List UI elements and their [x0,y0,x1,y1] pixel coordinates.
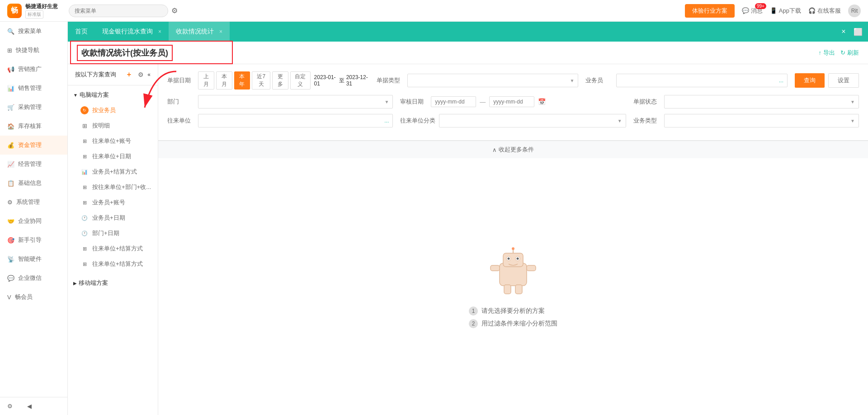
sidebar-bottom-settings[interactable]: ⚙ [0,397,20,415]
sidebar-item-vip[interactable]: V 畅会员 [0,288,67,307]
scheme-item-by-salesperson[interactable]: ↻ 按业务员 [68,103,158,118]
scheme-mobile-group: ▶ 移动端方案 [68,274,158,292]
tab-close-all-button[interactable]: × [837,25,850,38]
sidebar-item-inventory[interactable]: 🏠 库存核算 [0,117,67,136]
partner-more-btn[interactable]: ... [384,118,389,124]
sidebar-bottom-collapse[interactable]: ◀ [20,397,39,415]
scheme-panel-header: 按以下方案查询 + ⚙ « [68,64,158,85]
scheme-item-partner-settlement2[interactable]: ⊞ 往来单位+结算方式 [68,256,158,272]
scheme-item-by-detail[interactable]: ⊞ 按明细 [68,118,158,133]
logo-icon: 畅 [7,4,22,18]
search-input[interactable] [69,5,168,17]
sidebar-item-purchase[interactable]: 🛒 采购管理 [0,98,67,117]
audit-date-label: 审核日期 [400,98,427,106]
scheme-item-dept-date-label: 部门+日期 [92,229,119,237]
tab-receivables[interactable]: 收款情况统计 × [169,22,230,42]
settings-button[interactable]: 设置 [828,73,859,88]
scheme-item-dept-date[interactable]: 🕐 部门+日期 [68,226,158,241]
doc-status-select[interactable]: ▼ [664,95,859,108]
date-btn-more[interactable]: 更多 [272,71,288,90]
scheme-settings-button[interactable]: ⚙ [136,70,146,80]
scheme-desktop-group: ▼ 电脑端方案 ↻ 按业务员 ⊞ [68,85,158,274]
partner-select[interactable]: ... [198,114,393,127]
partner-category-select[interactable]: ▼ [439,114,626,127]
business-type-select[interactable]: ▼ [664,114,859,127]
date-label: 单据日期 [167,76,194,85]
query-btn-group: 查询 设置 [795,73,859,88]
edition-badge: 标准版 [25,10,43,19]
sidebar-item-basic[interactable]: 📋 基础信息 [0,174,67,193]
audit-date-from[interactable] [431,96,476,107]
scheme-add-button[interactable]: + [124,70,134,80]
svg-rect-8 [491,265,500,271]
date-btn-last-7-days[interactable]: 近7天 [252,71,270,90]
sidebar-item-smart-hw[interactable]: 📡 智能硬件 [0,250,67,269]
user-avatar[interactable]: Rit [848,5,861,17]
salesperson-more-btn[interactable]: ... [779,77,783,84]
scheme-panel: 按以下方案查询 + ⚙ « ▼ 电脑端方案 [68,64,158,415]
scheme-item-salesperson-settlement[interactable]: 📊 业务员+结算方式 [68,164,158,179]
date-btn-this-month[interactable]: 本月 [216,71,232,90]
scheme-item-salesperson-label: 按业务员 [92,106,116,114]
sidebar-item-enterprise[interactable]: 🤝 企业协同 [0,212,67,231]
audit-date-to[interactable] [489,96,534,107]
scheme-item-salesperson-account-label: 业务员+账号 [92,198,125,207]
sidebar-label-basic: 基础信息 [18,179,42,187]
sidebar-item-guide[interactable]: 🎯 新手引导 [0,231,67,250]
handshake-icon: 🤝 [7,218,14,225]
date-btn-custom[interactable]: 自定义 [290,71,311,90]
scheme-item-detail-label: 按明细 [92,122,110,130]
scheme-item-partner-account[interactable]: ⊞ 往来单位+账号 [68,133,158,149]
date-from: 2023-01-01 [314,74,337,87]
scheme-mobile-header[interactable]: ▶ 移动端方案 [68,275,158,291]
tab-home[interactable]: 首页 [68,22,95,42]
collapse-chevron-icon: ∧ [492,146,497,153]
scheme-item-partner-dept-receipt[interactable]: ⊞ 按往来单位+部门+收... [68,179,158,195]
bank-flow-tab-close[interactable]: × [158,28,161,35]
refresh-button[interactable]: ↻ 刷新 [840,49,859,57]
tab-controls: × ⬜ [837,25,868,38]
tab-bank-flow[interactable]: 现金银行流水查询 × [95,22,169,42]
sidebar-item-search[interactable]: 🔍 搜索菜单 [0,22,67,41]
sidebar-label-search: 搜索菜单 [18,27,42,35]
empty-tip-1: 1 请先选择要分析的方案 [469,307,557,316]
sidebar-item-operations[interactable]: 📈 经营管理 [0,155,67,174]
gear-button[interactable]: ⚙ [168,5,181,17]
sidebar-item-sales[interactable]: 📊 销售管理 [0,79,67,98]
tab-maximize-button[interactable]: ⬜ [852,25,864,38]
scheme-item-partner-settlement1[interactable]: ⊞ 往来单位+结算方式 [68,241,158,256]
online-service-button[interactable]: 🎧 在线客服 [808,7,841,15]
dept-select[interactable]: ▼ [198,95,393,108]
top-bar-right: 体验行业方案 💬 消息 99+ 📱 App下载 🎧 在线客服 Rit [685,4,861,18]
date-btn-last-month[interactable]: 上月 [198,71,214,90]
collapse-label: 收起更多条件 [499,146,534,154]
doc-type-select[interactable]: ▼ [407,74,579,87]
scheme-item-partner-date[interactable]: ⊞ 往来单位+日期 [68,149,158,164]
scheme-desktop-header[interactable]: ▼ 电脑端方案 [68,87,158,103]
salesperson-select[interactable]: ... [616,74,788,87]
sidebar-bottom: ⚙ ◀ [0,397,67,415]
search-icon: 🔍 [7,28,14,35]
messages-button[interactable]: 💬 消息 99+ [742,7,763,15]
receivables-tab-close[interactable]: × [219,28,222,35]
collapse-bar[interactable]: ∧ 收起更多条件 [158,141,868,158]
scheme-desktop-arrow: ▼ [73,93,78,98]
audit-date-field: 审核日期 — 📅 [400,96,626,107]
date-btn-this-year[interactable]: 本年 [234,71,250,90]
sidebar-item-marketing[interactable]: 📢 营销推广 [0,60,67,79]
query-button[interactable]: 查询 [795,73,825,88]
tip-text-1: 请先选择要分析的方案 [481,307,545,315]
sidebar-item-wechat[interactable]: 💬 企业微信 [0,269,67,288]
app-download-button[interactable]: 📱 App下载 [770,7,801,15]
trial-industry-button[interactable]: 体验行业方案 [685,4,735,18]
sidebar-item-system[interactable]: ⚙ 系统管理 [0,193,67,212]
export-button[interactable]: ↑ 导出 [819,49,835,57]
salesperson-label: 业务员 [585,76,613,85]
sidebar-item-finance[interactable]: 💰 资金管理 [0,136,67,155]
scheme-item-salesperson-date[interactable]: 🕐 业务员+日期 [68,210,158,226]
scheme-collapse-button[interactable]: « [147,70,151,80]
empty-tip-2: 2 用过滤条件来缩小分析范围 [469,319,557,328]
app-logo: 畅 畅捷通好生意 标准版 [7,3,58,19]
sidebar-item-quick-nav[interactable]: ⊞ 快捷导航 [0,41,67,60]
scheme-item-salesperson-account[interactable]: ⊞ 业务员+账号 [68,195,158,210]
